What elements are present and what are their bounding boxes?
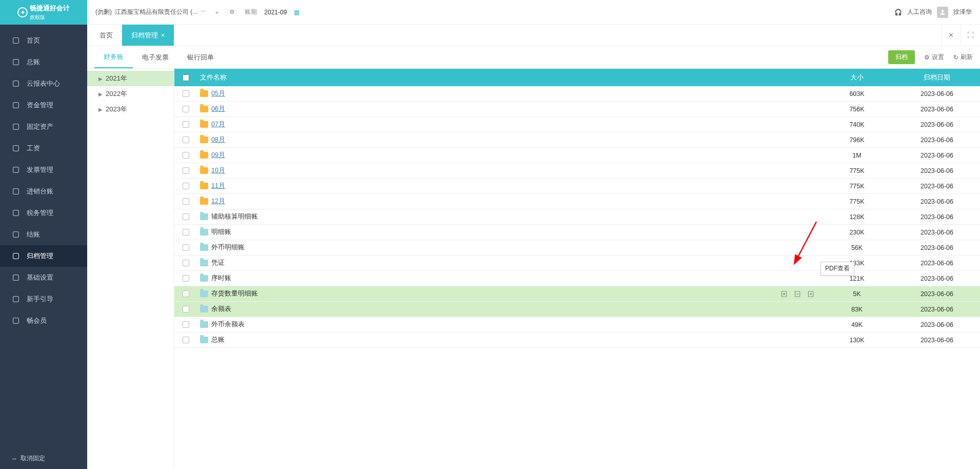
row-checkbox[interactable] xyxy=(183,337,189,343)
file-link[interactable]: 07月 xyxy=(211,120,225,129)
sidebar-item-wallet[interactable]: 工资 xyxy=(0,138,87,159)
sidebar-item-tax[interactable]: 税务管理 xyxy=(0,202,87,224)
subtab[interactable]: 电子发票 xyxy=(133,46,178,68)
row-checkbox[interactable] xyxy=(183,152,189,159)
export-pdf-icon[interactable] xyxy=(793,290,802,298)
sidebar-item-home[interactable]: 首页 xyxy=(0,30,87,51)
export-excel-icon[interactable] xyxy=(780,290,788,298)
table-row[interactable]: 余额表 83K 2023-06-06 xyxy=(174,302,980,317)
row-checkbox[interactable] xyxy=(183,121,189,128)
avatar[interactable] xyxy=(937,7,948,18)
sidebar-item-box[interactable]: 固定资产 xyxy=(0,116,87,138)
sidebar-item-invoice[interactable]: 发票管理 xyxy=(0,159,87,181)
sidebar-item-gear[interactable]: 基础设置 xyxy=(0,267,87,288)
svg-rect-3 xyxy=(13,103,19,108)
file-link[interactable]: 05月 xyxy=(211,89,225,98)
sidebar-item-archive[interactable]: 归档管理 xyxy=(0,245,87,267)
file-link[interactable]: 06月 xyxy=(211,105,225,113)
page-tab[interactable]: 归档管理× xyxy=(122,25,174,46)
file-size: 775K xyxy=(820,198,894,205)
row-checkbox[interactable] xyxy=(183,244,189,251)
settings-link[interactable]: ⚙设置 xyxy=(924,53,944,62)
table-row[interactable]: 07月 740K 2023-06-06 xyxy=(174,117,980,132)
row-checkbox[interactable] xyxy=(183,136,189,143)
settings-icon[interactable]: ⚙ xyxy=(229,8,237,16)
period-value[interactable]: 2021-09 xyxy=(264,9,287,16)
file-link[interactable]: 08月 xyxy=(211,135,225,144)
sidebar-item-ledger[interactable]: 总账 xyxy=(0,51,87,73)
sidebar-item-label: 归档管理 xyxy=(27,251,53,261)
row-checkbox[interactable] xyxy=(183,321,189,328)
svg-rect-10 xyxy=(13,253,19,259)
row-checkbox[interactable] xyxy=(183,106,189,112)
sidebar-item-chart[interactable]: 云报表中心 xyxy=(0,73,87,94)
headset-icon[interactable]: 🎧 xyxy=(894,9,902,16)
table-row[interactable]: 外币明细账 56K 2023-06-06 xyxy=(174,240,980,256)
file-link[interactable]: 11月 xyxy=(211,182,225,190)
folder-icon xyxy=(200,306,208,312)
row-checkbox[interactable] xyxy=(183,290,189,297)
company-selector[interactable]: (勿删) 江西服宝精品有限责任公司 (... ﹀ xyxy=(95,8,207,16)
refresh-link[interactable]: ↻刷新 xyxy=(953,53,973,62)
row-checkbox[interactable] xyxy=(183,213,189,220)
consult-link[interactable]: 人工咨询 xyxy=(907,8,932,16)
tree-year[interactable]: ▶2023年 xyxy=(87,102,174,117)
brand-logo[interactable]: ✦ 畅捷通好会计 旗舰版 xyxy=(0,0,87,25)
file-name: 凭证 xyxy=(211,259,225,267)
sidebar-item-money[interactable]: 资金管理 xyxy=(0,94,87,116)
folder-icon xyxy=(200,90,208,97)
table-row[interactable]: 12月 775K 2023-06-06 xyxy=(174,194,980,209)
table-row[interactable]: 辅助核算明细账 128K 2023-06-06 xyxy=(174,209,980,225)
archive-button[interactable]: 归档 xyxy=(888,50,915,64)
table-row[interactable]: 09月 1M 2023-06-06 xyxy=(174,148,980,163)
table-row[interactable]: 06月 756K 2023-06-06 xyxy=(174,102,980,117)
view-pdf-icon[interactable] xyxy=(807,290,815,298)
user-name[interactable]: 徐泽华 xyxy=(953,8,972,16)
row-checkbox[interactable] xyxy=(183,167,189,174)
file-date: 2023-06-06 xyxy=(894,337,980,344)
file-date: 2023-06-06 xyxy=(894,260,980,267)
table-row[interactable]: 08月 796K 2023-06-06 xyxy=(174,132,980,148)
file-date: 2023-06-06 xyxy=(894,321,980,328)
table-row[interactable]: 序时账 121K 2023-06-06 xyxy=(174,271,980,286)
table-row[interactable]: 存货数量明细账 5K 2023-06-06 xyxy=(174,286,980,302)
subtab[interactable]: 银行回单 xyxy=(178,46,223,68)
file-link[interactable]: 09月 xyxy=(211,151,225,160)
brand-edition: 旗舰版 xyxy=(30,14,70,21)
table-row[interactable]: 外币余额表 49K 2023-06-06 xyxy=(174,317,980,333)
table-row[interactable]: 11月 775K 2023-06-06 xyxy=(174,179,980,194)
table-row[interactable]: 05月 603K 2023-06-06 xyxy=(174,86,980,102)
row-checkbox[interactable] xyxy=(183,260,189,266)
subtab[interactable]: 财务账 xyxy=(94,46,133,68)
table-row[interactable]: 10月 775K 2023-06-06 xyxy=(174,163,980,179)
tree-year[interactable]: ▶2021年 xyxy=(87,71,174,86)
add-icon[interactable]: ＋ xyxy=(214,8,222,16)
tab-close-all[interactable]: ✕ xyxy=(941,25,961,46)
svg-rect-0 xyxy=(13,38,19,44)
file-link[interactable]: 12月 xyxy=(211,197,225,206)
file-link[interactable]: 10月 xyxy=(211,166,225,175)
row-checkbox[interactable] xyxy=(183,90,189,97)
row-checkbox[interactable] xyxy=(183,275,189,282)
tree-year[interactable]: ▶2022年 xyxy=(87,86,174,102)
row-checkbox[interactable] xyxy=(183,229,189,236)
row-checkbox[interactable] xyxy=(183,198,189,205)
sidebar-item-book[interactable]: 进销台账 xyxy=(0,181,87,202)
sidebar-item-vip[interactable]: 畅会员 xyxy=(0,310,87,331)
table-row[interactable]: 凭证 183K 2023-06-06 xyxy=(174,256,980,271)
unpin-sidebar[interactable]: ↔ 取消固定 xyxy=(0,448,87,469)
table-row[interactable]: 明细账 230K 2023-06-06 xyxy=(174,225,980,240)
sidebar-item-guide[interactable]: 新手引导 xyxy=(0,288,87,310)
row-checkbox[interactable] xyxy=(183,306,189,312)
file-date: 2023-06-06 xyxy=(894,198,980,205)
table-row[interactable]: 总账 130K 2023-06-06 xyxy=(174,333,980,348)
page-tab[interactable]: 首页 xyxy=(90,25,122,46)
tab-fullscreen[interactable]: ⛶ xyxy=(961,25,980,46)
sidebar-item-close-acc[interactable]: 结账 xyxy=(0,224,87,245)
row-checkbox[interactable] xyxy=(183,183,189,189)
file-date: 2023-06-06 xyxy=(894,275,980,282)
select-all-checkbox[interactable] xyxy=(183,74,189,81)
file-size: 230K xyxy=(820,229,894,236)
tab-close-icon[interactable]: × xyxy=(161,32,165,39)
calendar-icon[interactable]: ▦ xyxy=(294,9,299,16)
